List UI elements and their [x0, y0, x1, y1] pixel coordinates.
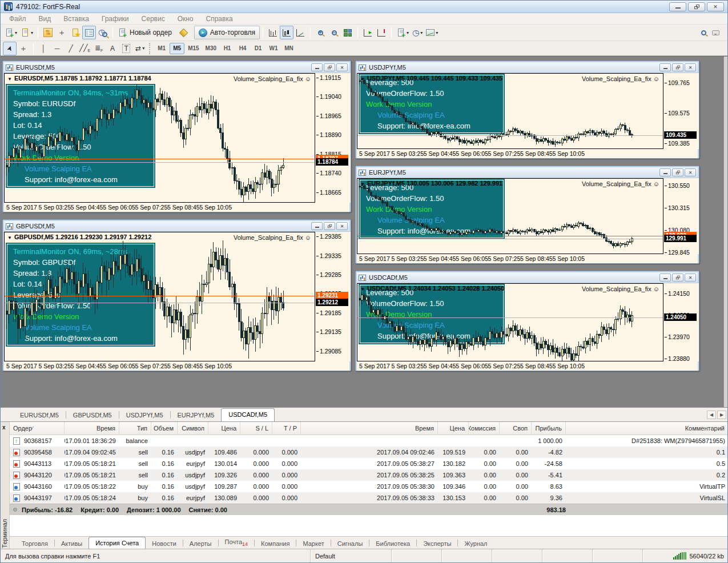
chat-icon[interactable] [712, 30, 719, 35]
chart-tab-eurusdf[interactable]: EURUSDf,M5 [13, 409, 66, 421]
column-header-open_price[interactable]: Цена [208, 422, 240, 435]
column-header-open_time[interactable]: Время [65, 422, 119, 435]
chart-shift-button[interactable] [375, 26, 388, 39]
chart-tab-usdjpyf[interactable]: USDJPYf,M5 [119, 409, 170, 421]
terminal-tab-активы[interactable]: Активы [55, 538, 89, 550]
terminal-close-button[interactable]: x [2, 424, 6, 431]
search-icon[interactable] [701, 30, 706, 35]
column-header-profit[interactable]: Прибыль [532, 422, 566, 435]
chart-plot-area[interactable]: Leverage: 500VolumeOrderFlow: 1.50Work D… [357, 178, 663, 254]
horizontal-line-button[interactable]: ─ [50, 42, 64, 55]
minimize-button[interactable] [669, 2, 686, 11]
terminal-tab-маркет[interactable]: Маркет [296, 538, 330, 550]
chart-window-usdcadf[interactable]: USDCADf,M5✕Leverage: 500VolumeOrderFlow:… [355, 271, 699, 371]
time-axis[interactable]: 5 Sep 20175 Sep 03:255 Sep 04:455 Sep 06… [4, 203, 315, 212]
price-axis[interactable]: 1.191151.190401.189651.188901.188151.187… [315, 73, 351, 203]
chart-window-titlebar[interactable]: EURUSDf,M5✕ [4, 62, 349, 73]
price-axis[interactable]: 1.293851.293351.292851.292351.291851.291… [315, 232, 351, 361]
order-row[interactable]: 904431972017.09.05 05:18:24buy0.16eurjpy… [10, 492, 728, 504]
timeframe-button-h4[interactable]: H4 [235, 43, 250, 54]
chart-close-button[interactable]: ✕ [336, 63, 348, 71]
time-axis[interactable]: 5 Sep 20175 Sep 03:255 Sep 04:455 Sep 06… [4, 361, 315, 371]
menu-item-вставка[interactable]: Вставка [57, 14, 95, 24]
column-header-tp[interactable]: T / P [272, 422, 301, 435]
channel-button[interactable]: ╱╱E [78, 42, 92, 55]
chart-window-eurusdf[interactable]: EURUSDf,M5✕TerminalMonitor ON, 84ms, ~31… [2, 61, 351, 212]
navigator-button[interactable]: ★ [69, 26, 82, 39]
terminal-tab-компания[interactable]: Компания [255, 538, 296, 550]
crosshair-button[interactable]: + [17, 42, 30, 55]
terminal-tab-эксперты[interactable]: Эксперты [417, 538, 457, 550]
chart-plot-area[interactable]: TerminalMonitor ON, 84ms, ~31msSymbol: E… [4, 73, 315, 203]
strategy-tester-button[interactable]: ◷ [96, 26, 110, 39]
chart-tab-gbpusdf[interactable]: GBPUSDf,M5 [66, 409, 119, 421]
order-row[interactable]: 903681572017.09.01 18:36:29balance1 000.… [10, 435, 728, 447]
column-header-close_price[interactable]: Цена [438, 422, 469, 435]
chart-plot-area[interactable]: Leverage: 500VolumeOrderFlow: 1.50Work D… [357, 73, 663, 149]
column-header-volume[interactable]: Объем [151, 422, 178, 435]
timeframe-button-d1[interactable]: D1 [251, 43, 266, 54]
chart-window-gbpusdf[interactable]: GBPUSDf,M5✕TerminalMonitor ON, 69ms, ~28… [2, 219, 351, 371]
templates-button[interactable]: ▾ [424, 26, 440, 39]
status-profile[interactable]: Default [311, 549, 392, 562]
column-header-close_time[interactable]: Время [301, 422, 438, 435]
text-button[interactable]: A [106, 42, 119, 55]
indicators-button[interactable]: +▾ [395, 26, 411, 39]
chart-minimize-button[interactable] [311, 63, 323, 71]
line-chart-button[interactable] [293, 26, 307, 39]
candlestick-chart-button[interactable] [280, 26, 293, 39]
chart-window-titlebar[interactable]: USDJPYf,M5✕ [357, 62, 698, 73]
menu-item-окно[interactable]: Окно [171, 14, 200, 24]
bar-chart-button[interactable] [266, 26, 280, 39]
timeframe-button-h1[interactable]: H1 [220, 43, 235, 54]
column-header-comment[interactable]: Комментарий [566, 422, 728, 435]
metaeditor-button[interactable] [177, 26, 191, 39]
chart-restore-button[interactable] [324, 222, 335, 230]
fibonacci-button[interactable]: ≣F [92, 42, 106, 55]
data-window-button[interactable]: + [55, 26, 69, 39]
chart-restore-button[interactable] [672, 274, 683, 282]
chart-plot-area[interactable]: TerminalMonitor ON, 69ms, ~28msSymbol: G… [4, 232, 315, 361]
chart-restore-button[interactable] [672, 168, 683, 176]
auto-scroll-button[interactable]: ▶ [361, 26, 375, 39]
chart-restore-button[interactable] [672, 63, 683, 71]
tile-windows-button[interactable] [341, 26, 355, 39]
menu-item-графики[interactable]: Графики [95, 14, 135, 24]
new-order-button[interactable]: + Новый ордер [116, 26, 174, 39]
chart-close-button[interactable]: ✕ [685, 274, 696, 282]
window-titlebar[interactable]: 479102: FortFS-Real ✕ [1, 1, 727, 13]
periods-button[interactable]: ◷▾ [411, 26, 424, 39]
menu-item-вид[interactable]: Вид [33, 14, 58, 24]
tabs-scroll-left-button[interactable]: ◀ [707, 411, 716, 419]
cursor-button[interactable]: ➤ [3, 42, 17, 55]
chart-window-eurjpyf[interactable]: EURJPYf,M5✕Leverage: 500VolumeOrderFlow:… [355, 166, 699, 264]
column-header-swap[interactable]: Своп [500, 422, 532, 435]
candlestick-chart[interactable] [5, 232, 315, 361]
timeframe-button-mn[interactable]: MN [281, 43, 296, 54]
vertical-line-button[interactable]: │ [37, 42, 50, 55]
timeframe-button-w1[interactable]: W1 [266, 43, 281, 54]
terminal-tab-библиотека[interactable]: Библиотека [369, 538, 416, 550]
column-header-type[interactable]: Тип [119, 422, 151, 435]
column-header-symbol[interactable]: Символ [178, 422, 208, 435]
chart-close-button[interactable]: ✕ [336, 222, 348, 230]
order-row[interactable]: 903954582017.09.04 09:02:45sell0.16usdjp… [10, 447, 728, 458]
text-label-button[interactable]: T [119, 42, 133, 55]
chart-minimize-button[interactable] [311, 222, 323, 230]
column-header-order[interactable]: Ордер ∕ [10, 422, 65, 435]
tabs-scroll-right-button[interactable]: ▶ [717, 411, 726, 419]
workspace-scrollbar[interactable] [723, 57, 728, 408]
menu-item-файл[interactable]: Файл [3, 14, 33, 24]
chart-minimize-button[interactable] [659, 63, 671, 71]
market-watch-button[interactable]: ⇅ [41, 26, 55, 39]
chart-close-button[interactable]: ✕ [685, 168, 696, 176]
timeframe-button-m30[interactable]: M30 [203, 43, 219, 54]
zoom-out-button[interactable]: − [327, 26, 341, 39]
autotrading-button[interactable]: Авто-торговля [194, 26, 260, 39]
column-header-commission[interactable]: Комиссия [469, 422, 500, 435]
terminal-button[interactable] [82, 26, 96, 39]
timeframe-button-m15[interactable]: M15 [185, 43, 202, 54]
terminal-tab-торговля[interactable]: Торговля [15, 538, 54, 550]
candlestick-chart[interactable] [357, 179, 663, 254]
new-chart-button[interactable]: +▾ [3, 26, 19, 39]
